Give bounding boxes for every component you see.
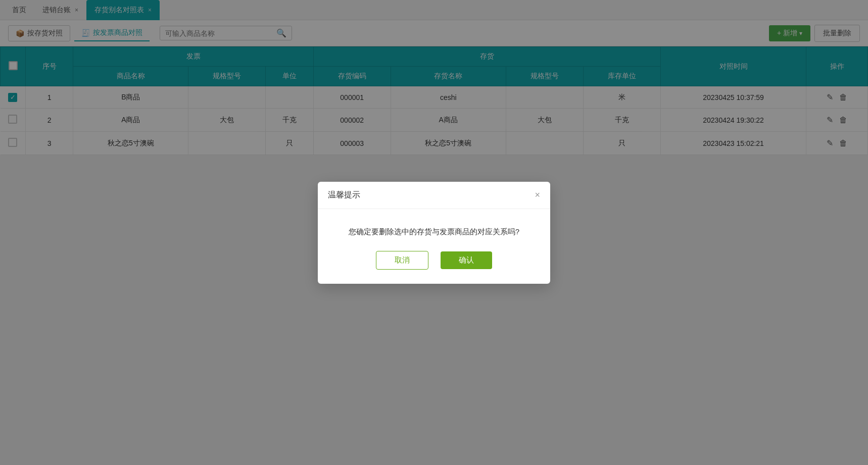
modal-overlay: 温馨提示 × 您确定要删除选中的存货与发票商品的对应关系吗? 取消 确认 bbox=[0, 0, 868, 155]
